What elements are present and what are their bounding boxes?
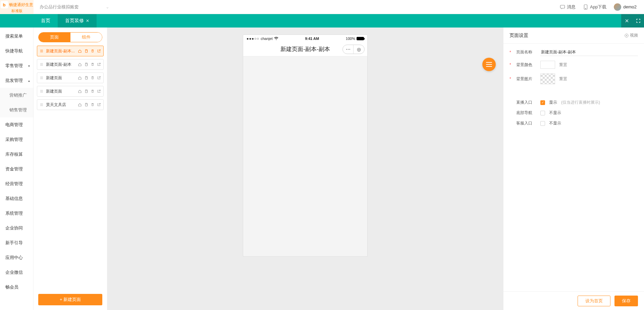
capsule-more-icon[interactable]: ⋯: [343, 45, 354, 54]
sidebar-item[interactable]: 零售管理▾: [0, 58, 33, 73]
sidebar-item[interactable]: 新手引导: [0, 236, 33, 250]
copy-icon[interactable]: [84, 75, 89, 80]
sidebar-item[interactable]: 搜索菜单: [0, 29, 33, 44]
tab-home-label: 首页: [41, 18, 50, 24]
field-live-label: 直播入口: [516, 100, 536, 105]
battery-icon: [357, 37, 364, 40]
home-icon[interactable]: [77, 89, 82, 94]
page-name-input[interactable]: [540, 48, 638, 56]
page-row-name: 新建页面-副本: [46, 62, 75, 67]
delete-icon[interactable]: [90, 75, 95, 80]
page-list-panel: 页面 组件 新建页面-副本...新建页面-副本新建页面新建页面昊天文具店 + 新…: [34, 28, 107, 310]
close-icon[interactable]: ✕: [86, 18, 89, 23]
sidebar-item[interactable]: 销售管理: [0, 103, 33, 117]
live-checkbox[interactable]: ✓: [540, 100, 545, 105]
sidebar-item[interactable]: 采购管理: [0, 132, 33, 147]
external-icon[interactable]: [97, 49, 101, 53]
save-button[interactable]: 保存: [614, 296, 638, 306]
sidebar-item-label: 采购管理: [5, 137, 23, 143]
sidebar-item[interactable]: 电商管理: [0, 117, 33, 132]
bottomnav-checkbox[interactable]: [540, 111, 545, 115]
external-icon[interactable]: [97, 102, 101, 107]
page-list: 新建页面-副本...新建页面-副本新建页面新建页面昊天文具店: [34, 46, 107, 110]
page-row[interactable]: 新建页面: [37, 86, 104, 97]
segment-component[interactable]: 组件: [70, 33, 102, 42]
delete-icon[interactable]: [90, 49, 95, 53]
delete-icon[interactable]: [90, 89, 95, 94]
miniprogram-capsule: ⋯ ◎: [342, 45, 365, 54]
field-cs-label: 客服入口: [516, 120, 536, 126]
sidebar-item[interactable]: 资金管理: [0, 162, 33, 176]
messages-button[interactable]: 消息: [560, 4, 576, 10]
tabstrip-fullscreen-button[interactable]: [633, 14, 644, 28]
home-icon[interactable]: [77, 102, 82, 107]
sidebar-item-label: 经营管理: [5, 181, 23, 187]
page-row[interactable]: 新建页面-副本: [37, 59, 104, 70]
drag-icon[interactable]: [39, 102, 44, 107]
sidebar-item[interactable]: 快捷导航: [0, 44, 33, 58]
sidebar-item[interactable]: 经营管理: [0, 176, 33, 191]
sidebar-item-label: 系统管理: [5, 210, 23, 216]
page-row-name: 新建页面: [46, 75, 75, 81]
top-bar: b 畅捷通好生意 标准版 办公品行业模拟账套 ⌄ 消息 App下载 demo2: [0, 0, 644, 14]
sidebar-item[interactable]: 系统管理: [0, 206, 33, 221]
components-fab[interactable]: [482, 58, 496, 71]
page-row[interactable]: 新建页面: [37, 72, 104, 83]
drag-icon[interactable]: [39, 89, 44, 94]
battery-label: 100%: [346, 37, 355, 41]
bgcolor-swatch[interactable]: [540, 61, 555, 69]
user-menu[interactable]: demo2: [614, 3, 637, 11]
tab-home[interactable]: 首页: [34, 14, 58, 28]
account-selector[interactable]: 办公品行业模拟账套 ⌄: [40, 4, 109, 10]
field-bgcolor-label: 背景颜色: [516, 62, 536, 68]
tab-page-decor[interactable]: 首页装修 ✕: [58, 14, 97, 28]
page-row-name: 昊天文具店: [46, 102, 75, 108]
external-icon[interactable]: [97, 89, 101, 94]
drag-icon[interactable]: [39, 49, 44, 53]
app-download-button[interactable]: App下载: [583, 4, 606, 10]
sidebar-item[interactable]: 库存核算: [0, 147, 33, 162]
bgcolor-reset[interactable]: 重置: [559, 62, 567, 68]
copy-icon[interactable]: [84, 102, 89, 107]
page-row[interactable]: 昊天文具店: [37, 99, 104, 110]
delete-icon[interactable]: [90, 62, 95, 67]
phone-icon: [583, 4, 588, 10]
video-help-link[interactable]: 视频: [625, 33, 638, 38]
tabstrip-close-button[interactable]: [621, 14, 633, 28]
delete-icon[interactable]: [90, 102, 95, 107]
bgimg-reset[interactable]: 重置: [559, 76, 567, 82]
bgimg-swatch[interactable]: [540, 73, 555, 84]
sidebar-item-label: 畅会员: [5, 284, 18, 290]
sidebar-item[interactable]: 企业微信: [0, 265, 33, 280]
new-page-button[interactable]: + 新建页面: [38, 294, 102, 305]
home-icon[interactable]: [77, 62, 82, 67]
sidebar-item[interactable]: 批发管理▴: [0, 73, 33, 88]
copy-icon[interactable]: [84, 62, 89, 67]
wifi-icon: [274, 37, 278, 40]
chevron-down-icon: ⌄: [106, 4, 109, 9]
sidebar-item[interactable]: 营销推广: [0, 88, 33, 103]
set-home-button[interactable]: 设为首页: [578, 296, 610, 306]
page-row[interactable]: 新建页面-副本...: [37, 46, 104, 56]
drag-icon[interactable]: [39, 75, 44, 80]
sidebar-item[interactable]: 基础信息: [0, 191, 33, 206]
home-icon[interactable]: [77, 49, 82, 53]
copy-icon[interactable]: [84, 89, 89, 94]
external-icon[interactable]: [97, 62, 101, 67]
live-hint: (仅当进行直播时展示): [561, 100, 600, 105]
main-area: 页面 组件 新建页面-副本...新建页面-副本新建页面新建页面昊天文具店 + 新…: [34, 28, 644, 310]
sidebar-item[interactable]: 应用中心: [0, 250, 33, 265]
sidebar-item-label: 营销推广: [9, 92, 27, 98]
segment-page[interactable]: 页面: [39, 33, 70, 42]
copy-icon[interactable]: [84, 49, 89, 53]
cs-checkbox[interactable]: [540, 121, 545, 126]
sidebar-item[interactable]: 畅会员: [0, 280, 33, 295]
field-bottom-label: 底部导航: [516, 110, 536, 116]
capsule-close-icon[interactable]: ◎: [354, 45, 364, 54]
drag-icon[interactable]: [39, 62, 44, 67]
brand-edition: 标准版: [11, 8, 22, 13]
sidebar-item-label: 零售管理: [5, 63, 23, 69]
external-icon[interactable]: [97, 75, 101, 80]
home-icon[interactable]: [77, 75, 82, 80]
sidebar-item[interactable]: 企业协同: [0, 221, 33, 236]
